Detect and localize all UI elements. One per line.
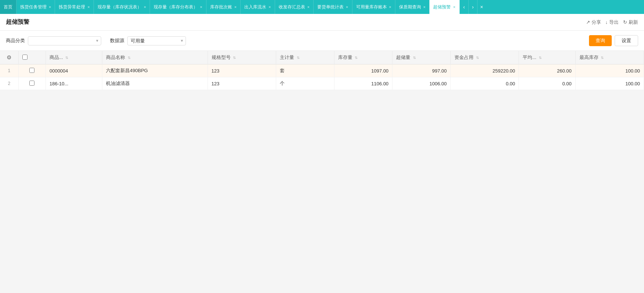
th-avg[interactable]: 平均... ⇅ [519,51,575,64]
row-spec: 123 [208,77,276,90]
row-avg: 260.00 [519,64,575,77]
nav-close-button[interactable]: × [477,0,486,14]
row-avg: 0.00 [519,77,575,90]
sort-icon: ⇅ [476,56,479,60]
nav-item-abnormal[interactable]: 拣货异常处理 × [55,0,94,14]
close-icon[interactable]: × [453,5,455,9]
close-icon[interactable]: × [268,5,271,9]
nav-item-summary[interactable]: 收发存汇总表 × [275,0,314,14]
row-checkbox-cell[interactable] [18,64,45,77]
row-max-stock: 100.00 [575,77,644,90]
table-row: 2 186-10... 机油滤清器 123 个 1106.00 1006.00 … [0,77,644,90]
th-checkbox[interactable] [18,51,45,64]
nav-item-stock-status[interactable]: 现存量（库存状况表） × [94,0,150,14]
page-title: 超储预警 [6,18,29,26]
header-actions: ↗ 分享 ↓ 导出 ↻ 刷新 [586,19,638,26]
data-table: ⚙ 商品... ⇅ 商品名称 ⇅ 规格型号 ⇅ 主计量 [0,51,644,90]
row-goods-name: 机油滤清器 [102,77,208,90]
sort-icon: ⇅ [355,56,358,60]
nav-item-overstock[interactable]: 超储预警 × [429,0,459,14]
row-index: 1 [0,64,18,77]
export-icon: ↓ [605,19,608,25]
sort-icon: ⇅ [297,56,300,60]
th-stock[interactable]: 库存量 ⇅ [334,51,392,64]
close-icon[interactable]: × [144,5,146,9]
refresh-button[interactable]: ↻ 刷新 [623,19,638,26]
row-unit: 个 [276,77,334,90]
nav-item-stock-dist[interactable]: 现存量（库存分布表） × [150,0,206,14]
row-max-stock: 100.00 [575,64,644,77]
settings-button[interactable]: 设置 [615,35,638,46]
row-checkbox[interactable] [29,68,34,73]
table-row: 1 0000004 六配套新昌490BPG 123 套 1097.00 997.… [0,64,644,77]
category-filter-group: 商品分类 [6,36,101,45]
row-stock: 1097.00 [334,64,392,77]
row-checkbox[interactable] [29,81,34,86]
datasource-label: 数据源 [110,37,124,44]
close-icon[interactable]: × [307,5,310,9]
filter-area: 商品分类 数据源 可用量 库存量 查询 设置 [0,31,644,51]
nav-item-batch[interactable]: 库存批次账 × [206,0,241,14]
category-label: 商品分类 [6,37,25,44]
row-stock: 1106.00 [334,77,392,90]
row-goods-code: 0000004 [45,64,102,77]
sort-icon: ⇅ [128,56,131,60]
nav-bar: 首页 拣货任务管理 × 拣货异常处理 × 现存量（库存状况表） × 现存量（库存… [0,0,644,14]
th-goods-name[interactable]: 商品名称 ⇅ [102,51,208,64]
th-overstock[interactable]: 超储量 ⇅ [392,51,451,64]
nav-item-demand[interactable]: 要货单统计表 × [314,0,352,14]
select-all-checkbox[interactable] [22,55,28,60]
category-select[interactable] [28,36,101,45]
table-header: ⚙ 商品... ⇅ 商品名称 ⇅ 规格型号 ⇅ 主计量 [0,51,644,64]
th-unit[interactable]: 主计量 ⇅ [276,51,334,64]
row-unit: 套 [276,64,334,77]
row-capital: 0.00 [451,77,519,90]
row-goods-code: 186-10... [45,77,102,90]
close-icon[interactable]: × [49,5,51,9]
sort-icon: ⇅ [601,56,604,60]
row-goods-name: 六配套新昌490BPG [102,64,208,77]
th-settings[interactable]: ⚙ [0,51,18,64]
nav-item-task[interactable]: 拣货任务管理 × [17,0,55,14]
sort-icon: ⇅ [413,56,416,60]
close-icon[interactable]: × [87,5,89,9]
nav-next-button[interactable]: › [468,0,477,14]
datasource-select-wrapper: 可用量 库存量 [127,36,186,45]
query-button[interactable]: 查询 [589,35,612,46]
row-capital: 259220.00 [451,64,519,77]
nav-prev-button[interactable]: ‹ [460,0,468,14]
row-overstock: 997.00 [392,64,451,77]
sort-icon: ⇅ [539,56,542,60]
row-checkbox-cell[interactable] [18,77,45,90]
table-container: ⚙ 商品... ⇅ 商品名称 ⇅ 规格型号 ⇅ 主计量 [0,51,644,90]
datasource-select[interactable]: 可用量 库存量 [127,36,186,45]
close-icon[interactable]: × [389,5,391,9]
th-capital[interactable]: 资金占用 ⇅ [451,51,519,64]
close-icon[interactable]: × [423,5,425,9]
nav-item-inout[interactable]: 出入库流水 × [241,0,275,14]
row-spec: 123 [208,64,276,77]
nav-item-available[interactable]: 可用量库存账本 × [352,0,395,14]
nav-item-quality[interactable]: 保质期查询 × [395,0,429,14]
table-body: 1 0000004 六配套新昌490BPG 123 套 1097.00 997.… [0,64,644,90]
datasource-filter-group: 数据源 可用量 库存量 [110,36,186,45]
share-icon: ↗ [586,19,590,25]
row-index: 2 [0,77,18,90]
category-select-wrapper [28,36,101,45]
sort-icon: ⇅ [233,56,236,60]
close-icon[interactable]: × [346,5,348,9]
nav-item-home[interactable]: 首页 [0,0,17,14]
share-button[interactable]: ↗ 分享 [586,19,601,26]
sort-icon: ⇅ [65,56,68,60]
row-overstock: 1006.00 [392,77,451,90]
refresh-icon: ↻ [623,19,627,25]
close-icon[interactable]: × [200,5,202,9]
th-goods-code[interactable]: 商品... ⇅ [45,51,102,64]
gear-icon[interactable]: ⚙ [7,54,11,60]
th-max-stock[interactable]: 最高库存 ⇅ [575,51,644,64]
page-header: 超储预警 ↗ 分享 ↓ 导出 ↻ 刷新 [0,14,644,31]
export-button[interactable]: ↓ 导出 [605,19,619,26]
th-spec[interactable]: 规格型号 ⇅ [208,51,276,64]
close-icon[interactable]: × [234,5,237,9]
filter-buttons: 查询 设置 [589,35,638,46]
